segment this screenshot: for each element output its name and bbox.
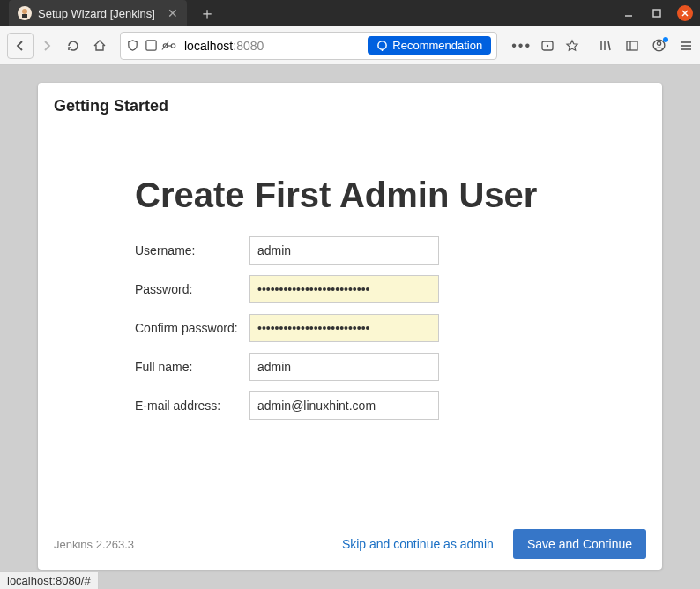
tab-close-icon[interactable]: ✕: [168, 6, 178, 20]
browser-toolbar: localhost:8080 Recommendation •••: [0, 26, 700, 65]
password-row: Password:: [135, 275, 565, 303]
hamburger-menu-icon[interactable]: [679, 39, 693, 53]
setup-wizard-card: Getting Started Create First Admin User …: [38, 83, 662, 570]
svg-line-17: [608, 41, 610, 50]
window-maximize-icon[interactable]: [649, 5, 665, 21]
page-actions-icon[interactable]: •••: [511, 38, 532, 54]
browser-tab[interactable]: Setup Wizard [Jenkins] ✕: [9, 0, 187, 26]
tab-title: Setup Wizard [Jenkins]: [38, 7, 155, 20]
jenkins-favicon-icon: [18, 6, 32, 20]
window-titlebar: Setup Wizard [Jenkins] ✕ ＋: [0, 0, 700, 26]
connection-insecure-icon[interactable]: [161, 40, 177, 52]
card-body: Create First Admin User Username: Passwo…: [38, 130, 662, 518]
svg-rect-3: [653, 10, 660, 17]
card-footer: Jenkins 2.263.3 Skip and continue as adm…: [38, 518, 662, 570]
bookmark-star-icon[interactable]: [565, 39, 579, 53]
confirm-password-label: Confirm password:: [135, 321, 249, 335]
page-info-icon[interactable]: [145, 39, 158, 52]
email-row: E-mail address:: [135, 391, 565, 420]
username-input[interactable]: [249, 236, 439, 265]
password-label: Password:: [135, 282, 249, 296]
confirm-password-input[interactable]: [249, 314, 439, 342]
svg-point-8: [171, 43, 175, 48]
svg-point-14: [547, 44, 548, 46]
fullname-row: Full name:: [135, 353, 565, 381]
url-text: localhost:8080: [184, 39, 264, 53]
svg-point-11: [378, 41, 386, 49]
confirm-password-row: Confirm password:: [135, 314, 565, 342]
password-input[interactable]: [249, 275, 439, 303]
status-bar: localhost:8080/#: [0, 571, 99, 589]
card-header: Getting Started: [38, 83, 662, 130]
home-button[interactable]: [86, 33, 113, 59]
reader-mode-icon[interactable]: [540, 39, 555, 53]
save-continue-button[interactable]: Save and Continue: [513, 529, 646, 559]
username-row: Username:: [135, 236, 565, 265]
svg-rect-18: [627, 41, 637, 50]
email-input[interactable]: [249, 391, 439, 420]
forward-button[interactable]: [34, 33, 60, 59]
fullname-label: Full name:: [135, 360, 249, 374]
email-label: E-mail address:: [135, 399, 249, 413]
library-icon[interactable]: [599, 39, 613, 53]
page-title: Create First Admin User: [135, 175, 565, 215]
fullname-input[interactable]: [249, 353, 439, 381]
getting-started-heading: Getting Started: [54, 97, 646, 116]
recommendation-badge[interactable]: Recommendation: [368, 36, 491, 55]
page-viewport: Getting Started Create First Admin User …: [0, 65, 700, 589]
skip-link[interactable]: Skip and continue as admin: [342, 537, 494, 551]
svg-point-0: [22, 9, 27, 14]
username-label: Username:: [135, 243, 249, 257]
address-bar[interactable]: localhost:8080 Recommendation: [120, 32, 497, 60]
shield-icon[interactable]: [126, 39, 139, 52]
back-button[interactable]: [7, 33, 34, 59]
svg-rect-6: [146, 41, 156, 50]
window-close-icon[interactable]: [677, 5, 693, 21]
new-tab-button[interactable]: ＋: [199, 3, 215, 24]
window-minimize-icon[interactable]: [621, 5, 637, 21]
sidebar-icon[interactable]: [625, 39, 639, 53]
svg-point-21: [657, 41, 660, 45]
account-icon[interactable]: [652, 38, 666, 53]
reload-button[interactable]: [60, 33, 86, 59]
svg-rect-1: [22, 14, 27, 18]
jenkins-version: Jenkins 2.263.3: [54, 538, 134, 551]
